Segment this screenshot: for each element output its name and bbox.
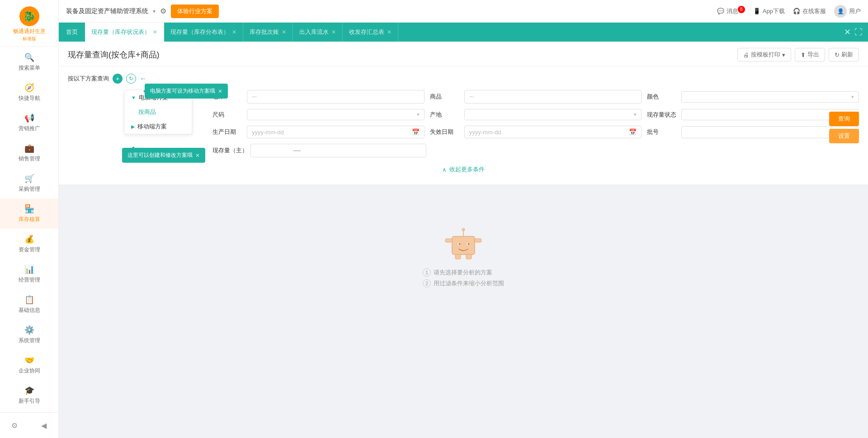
tooltip-text: 电脑方案可设为移动方案哦	[150, 87, 215, 95]
header-right: 💬 消息 8 📱 App下载 🎧 在线客服 👤 用户	[717, 5, 861, 18]
user-menu[interactable]: 👤 用户	[834, 5, 861, 18]
prod-date-field: 生产日期 yyyy-mm-dd 📅	[212, 126, 425, 138]
sidebar-item-system[interactable]: ⚙️系统管理	[0, 320, 58, 350]
operations-icon: 📊	[24, 264, 34, 274]
color-field: 颜色 ▾	[647, 90, 859, 104]
exp-date-field: 失效日期 yyyy-mm-dd 📅	[430, 126, 642, 138]
goods-input[interactable]: ···	[464, 90, 642, 104]
origin-input[interactable]: ▾	[464, 109, 642, 120]
refresh-button[interactable]: ↻ 刷新	[829, 48, 859, 61]
tab-actions: ✕ ⛶	[839, 27, 868, 37]
sidebar-item-marketing[interactable]: 📢营销推广	[0, 108, 58, 138]
page-title: 现存量查询(按仓库+商品)	[68, 49, 160, 60]
tab-inventory-dist[interactable]: 现存量（库存分布表） ✕	[164, 23, 243, 42]
search-button[interactable]: 查询	[829, 112, 859, 126]
refresh-icon: ↻	[835, 52, 840, 58]
nav-label: 采购管理	[19, 185, 40, 193]
user-avatar: 👤	[834, 5, 847, 18]
tab-in-out-flow[interactable]: 出入库流水 ✕	[293, 23, 343, 42]
exp-date-input[interactable]: yyyy-mm-dd 📅	[464, 126, 642, 138]
filter-refresh-button[interactable]: ↻	[126, 74, 136, 84]
stock-status-label: 现存量状态	[647, 111, 679, 119]
sidebar-item-purchase[interactable]: 🛒采购管理	[0, 168, 58, 198]
sidebar-item-search[interactable]: 🔍搜索菜单	[0, 47, 58, 77]
prod-date-input[interactable]: yyyy-mm-dd 📅	[247, 126, 425, 138]
reset-button[interactable]: 设置	[829, 129, 859, 143]
print-template-button[interactable]: 🖨 按模板打印 ▾	[737, 48, 791, 61]
sidebar-item-inventory[interactable]: 🏪库存核算	[0, 198, 58, 229]
sidebar-logo: 🐉 畅通通好生意 标准版	[0, 0, 58, 47]
online-support-button[interactable]: 🎧 在线客服	[793, 7, 826, 15]
inventory-icon: 🏪	[24, 204, 34, 214]
origin-field: 产地 ▾	[430, 109, 642, 120]
chevron-down-icon: ▾	[417, 112, 420, 118]
filter-row-3: 生产日期 yyyy-mm-dd 📅 失效日期 yyyy-mm-dd 📅	[212, 126, 859, 138]
chevron-right-icon: ▶	[131, 124, 135, 130]
filter-add-button[interactable]: +	[113, 74, 123, 84]
tab-close-all-icon[interactable]: ✕	[844, 27, 851, 37]
system-dropdown[interactable]: ▾	[153, 8, 156, 14]
svg-rect-10	[466, 254, 472, 259]
collapse-button[interactable]: ∧ 收起更多条件	[68, 162, 859, 177]
sidebar-item-sales[interactable]: 💼销售管理	[0, 138, 58, 168]
scheme-subitem-goods[interactable]: 按商品	[125, 105, 192, 119]
tab-bar: 首页 现存量（库存状况表） ✕ 现存量（库存分布表） ✕ 库存批次账 ✕ 出入库…	[59, 23, 868, 42]
sidebar-item-finance[interactable]: 💰资金管理	[0, 229, 58, 259]
dots-icon: ···	[252, 93, 256, 101]
scheme-sub-label: 按商品	[138, 108, 156, 116]
main-content: 装备及固定资产辅助管理系统 ▾ ⚙ 体验行业方案 💬 消息 8 📱 App下载 …	[59, 0, 868, 438]
filter-label: 按以下方案查询	[68, 75, 109, 83]
filter-row-2: 尺码 ▾ 产地 ▾ 现存量状态	[212, 109, 859, 120]
tab-close-icon[interactable]: ✕	[232, 29, 236, 35]
headset-icon: 🎧	[793, 8, 800, 14]
sidebar-item-basic[interactable]: 📋基础信息	[0, 289, 58, 320]
exp-date-label: 失效日期	[430, 128, 462, 136]
color-input[interactable]: ▾	[681, 91, 859, 103]
tab-close-icon[interactable]: ✕	[282, 29, 286, 35]
stock-status-field: 现存量状态 ▾	[647, 109, 859, 120]
nav-label: 经营管理	[19, 276, 40, 284]
settings-button[interactable]: ⚙	[6, 417, 23, 433]
filter-fields: 仓库 ··· 商品 ··· 颜色	[212, 90, 859, 157]
message-badge: 8	[738, 6, 745, 13]
tooltip-close2-button[interactable]: ✕	[195, 152, 200, 159]
sidebar-item-nav[interactable]: 🧭快捷导航	[0, 77, 58, 108]
experience-button[interactable]: 体验行业方案	[171, 5, 219, 18]
message-button[interactable]: 💬 消息 8	[717, 7, 745, 15]
size-input[interactable]: ▾	[247, 109, 425, 120]
sidebar-item-guide[interactable]: 🎓新手引导	[0, 380, 58, 410]
filter-back-button[interactable]: ←	[140, 75, 147, 83]
tab-label: 库存批次账	[250, 28, 279, 36]
tab-home[interactable]: 首页	[59, 23, 85, 42]
stock-qty-range[interactable]: —	[250, 144, 426, 157]
svg-point-6	[462, 228, 465, 231]
scheme-item-mobile[interactable]: ▶ 移动端方案	[125, 119, 192, 134]
tab-close-icon[interactable]: ✕	[387, 29, 392, 35]
tab-batch-account[interactable]: 库存批次账 ✕	[243, 23, 293, 42]
range-to-input[interactable]	[302, 147, 339, 154]
warehouse-input[interactable]: ···	[247, 90, 425, 104]
btn-group-right: 查询 设置	[829, 112, 859, 143]
app-download-button[interactable]: 📱 App下载	[753, 7, 785, 15]
range-from-input[interactable]	[255, 147, 292, 154]
system-icon: ⚙️	[24, 325, 34, 335]
range-dash: —	[293, 146, 301, 155]
sidebar-item-operations[interactable]: 📊经营管理	[0, 259, 58, 289]
empty-icon	[441, 221, 486, 261]
empty-step1: 1 请先选择要分析的方案	[423, 268, 504, 277]
collapse-button[interactable]: ◀	[36, 417, 52, 433]
sidebar-item-enterprise[interactable]: 🤝企业协同	[0, 350, 58, 380]
marketing-icon: 📢	[24, 113, 34, 123]
page-header: 现存量查询(按仓库+商品) 🖨 按模板打印 ▾ ⬆ 导出 ↻ 刷新	[59, 42, 868, 66]
logo-icon: 🐉	[19, 6, 39, 26]
finance-icon: 💰	[24, 234, 34, 244]
tooltip-close-button[interactable]: ✕	[218, 88, 222, 94]
gear-icon[interactable]: ⚙	[160, 7, 166, 15]
tab-inventory-status[interactable]: 现存量（库存状况表） ✕	[85, 23, 164, 42]
tab-collect-summary[interactable]: 收发存汇总表 ✕	[343, 23, 398, 42]
tab-close-icon[interactable]: ✕	[331, 29, 336, 35]
export-button[interactable]: ⬆ 导出	[795, 48, 825, 61]
tab-fullscreen-icon[interactable]: ⛶	[854, 28, 863, 37]
tab-close-icon[interactable]: ✕	[153, 29, 157, 35]
chevron-down-icon: ▾	[634, 112, 637, 118]
